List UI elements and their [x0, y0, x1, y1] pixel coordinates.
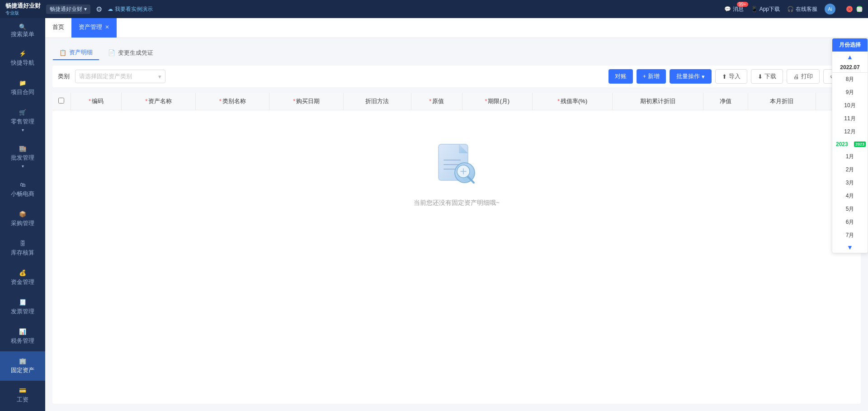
quicknav-icon: ⚡ — [19, 50, 26, 57]
filter-placeholder: 请选择固定资产类别 — [79, 72, 132, 80]
sub-tab-change-voucher-label: 变更生成凭证 — [118, 49, 153, 57]
tab-home[interactable]: 首页 — [45, 18, 71, 38]
month-item-10[interactable]: 10月 — [832, 99, 868, 112]
sidebar-item-wholesale[interactable]: 🏬 批发管理 ▾ — [0, 139, 45, 175]
quicknav-label: 快捷导航 — [11, 59, 34, 67]
company-name: 畅捷通好业财 — [50, 5, 82, 13]
headset-icon: 🎧 — [787, 6, 794, 12]
purchase-icon: 📦 — [19, 211, 26, 217]
app-logo: 畅捷通好业财 专业版 — [5, 2, 41, 16]
app-download-button[interactable]: 📱 App下载 — [751, 5, 780, 13]
download-button[interactable]: ⬇ 下载 — [751, 69, 783, 84]
month-item-year-2023: 2023 — [832, 138, 868, 150]
sidebar: 🔍 搜索菜单 ⚡ 快捷导航 📁 项目合同 🛒 零售管理 ▾ 🏬 批发管理 ▾ 🛍… — [0, 18, 45, 411]
month-nav-up[interactable]: ▲ — [832, 52, 868, 62]
month-item-7[interactable]: 7月 — [832, 229, 868, 242]
month-item-3[interactable]: 3月 — [832, 176, 868, 189]
user-avatar[interactable]: Ai — [825, 4, 835, 14]
fixed-assets-icon: 🏢 — [19, 358, 26, 364]
sub-tab-asset-detail-label: 资产明细 — [69, 48, 93, 57]
sidebar-item-inventory[interactable]: 🗄 库存核算 — [0, 234, 45, 263]
month-item-1[interactable]: 1月 — [832, 150, 868, 163]
sidebar-item-fixed-assets[interactable]: 🏢 固定资产 — [0, 351, 45, 381]
sub-tab-change-voucher[interactable]: 📄 变更生成凭证 — [101, 46, 160, 60]
month-item-11[interactable]: 11月 — [832, 112, 868, 125]
app-name: 畅捷通好业财 — [5, 2, 41, 10]
sidebar-item-tax[interactable]: 📊 税务管理 — [0, 322, 45, 351]
sidebar-item-purchase[interactable]: 📦 采购管理 — [0, 204, 45, 234]
tab-home-label: 首页 — [52, 23, 64, 31]
retail-label: 零售管理 — [11, 118, 34, 126]
close-icon[interactable]: ✕ — [105, 24, 109, 30]
message-button[interactable]: 💬 消息 99+ — [724, 5, 744, 13]
empty-state: 当前您还没有固定资产明细哦~ — [52, 110, 861, 225]
batch-button[interactable]: 批量操作 ▾ — [670, 69, 712, 84]
month-selector-panel: 月份选择 ▲ 2022.07 8月 9月 10月 11月 12月 2023 1月… — [832, 38, 868, 253]
sidebar-item-finance[interactable]: 💰 资金管理 — [0, 263, 45, 293]
table-header-accumulated-depreciation: 期初累计折旧 — [613, 93, 703, 110]
reconcile-button[interactable]: 对账 — [609, 69, 633, 84]
download-icon: ⬇ — [758, 73, 763, 80]
category-filter-select[interactable]: 请选择固定资产类别 ▾ — [75, 70, 165, 83]
customer-service-label: 在线客服 — [796, 5, 817, 13]
table-header-category: *类别名称 — [195, 93, 269, 110]
sidebar-item-project[interactable]: 📁 项目合同 — [0, 73, 45, 103]
cloud-icon: ☁ — [108, 6, 113, 12]
purchase-label: 采购管理 — [11, 219, 34, 227]
month-item-9[interactable]: 9月 — [832, 86, 868, 99]
fixed-assets-label: 固定资产 — [11, 366, 34, 374]
empty-text: 当前您还没有固定资产明细哦~ — [414, 199, 500, 207]
demo-link-text: 我要看实例演示 — [115, 5, 153, 13]
app-edition: 专业版 — [5, 10, 19, 16]
import-button[interactable]: ⬆ 导入 — [715, 69, 747, 84]
asset-detail-icon: 📋 — [59, 49, 66, 56]
search-menu[interactable]: 🔍 搜索菜单 — [0, 18, 45, 44]
project-label: 项目合同 — [11, 88, 34, 96]
month-nav-down[interactable]: ▼ — [832, 242, 868, 253]
add-button[interactable]: + 新增 — [637, 69, 666, 84]
dropdown-arrow-icon: ▾ — [158, 73, 161, 80]
customer-service-button[interactable]: 🎧 在线客服 — [787, 5, 817, 13]
demo-link[interactable]: ☁ 我要看实例演示 — [108, 5, 153, 13]
finance-label: 资金管理 — [11, 278, 34, 286]
tab-asset-mgmt-label: 资产管理 — [79, 23, 102, 31]
empty-illustration — [429, 137, 484, 192]
tab-asset-mgmt[interactable]: 资产管理 ✕ — [71, 18, 117, 38]
sidebar-item-quicknav[interactable]: ⚡ 快捷导航 — [0, 44, 45, 73]
toolbar-right: 对账 + 新增 批量操作 ▾ ⬆ 导入 ⬇ 下载 — [609, 69, 855, 84]
month-item-6[interactable]: 6月 — [832, 216, 868, 229]
retail-icon: 🛒 — [19, 109, 26, 116]
table-header-name: *资产名称 — [122, 93, 196, 110]
assets-table: *编码 *资产名称 *类别名称 *购买日期 折旧方法 *原值 *期限(月) *残… — [52, 93, 861, 225]
settings-icon[interactable]: ⚙ — [96, 5, 102, 14]
window-controls: ✕ ⬜ — [846, 6, 863, 12]
month-item-4[interactable]: 4月 — [832, 189, 868, 203]
select-all-checkbox[interactable] — [58, 98, 64, 104]
table-container: *编码 *资产名称 *类别名称 *购买日期 折旧方法 *原值 *期限(月) *残… — [52, 93, 861, 404]
salary-icon: 💳 — [19, 387, 26, 394]
import-icon: ⬆ — [722, 73, 727, 80]
company-selector[interactable]: 畅捷通好业财 ▾ — [46, 5, 90, 14]
chevron-down-icon: ▾ — [22, 164, 24, 169]
print-button[interactable]: 🖨 打印 — [787, 69, 820, 84]
month-item-5[interactable]: 5月 — [832, 203, 868, 216]
change-voucher-icon: 📄 — [108, 49, 115, 56]
filter-category-label: 类别 — [58, 72, 70, 80]
sidebar-item-retail[interactable]: 🛒 零售管理 ▾ — [0, 103, 45, 139]
sidebar-item-salary[interactable]: 💳 工资 — [0, 381, 45, 410]
sidebar-item-ecommerce[interactable]: 🛍 小畅电商 — [0, 175, 45, 204]
table-header-checkbox — [52, 93, 71, 110]
window-maximize-button[interactable]: ⬜ — [856, 6, 863, 12]
tax-label: 税务管理 — [11, 337, 34, 345]
month-item-12[interactable]: 12月 — [832, 125, 868, 138]
sub-tab-asset-detail[interactable]: 📋 资产明细 — [52, 45, 99, 60]
sidebar-item-invoice[interactable]: 🧾 发票管理 — [0, 293, 45, 322]
search-menu-label: 搜索菜单 — [4, 30, 42, 38]
month-item-8[interactable]: 8月 — [832, 73, 868, 86]
month-item-2[interactable]: 2月 — [832, 163, 868, 176]
invoice-icon: 🧾 — [19, 299, 26, 306]
download-label: 下载 — [764, 72, 776, 80]
window-close-button[interactable]: ✕ — [846, 6, 853, 12]
message-icon: 💬 — [724, 6, 731, 12]
chevron-down-icon: ▾ — [84, 6, 87, 12]
